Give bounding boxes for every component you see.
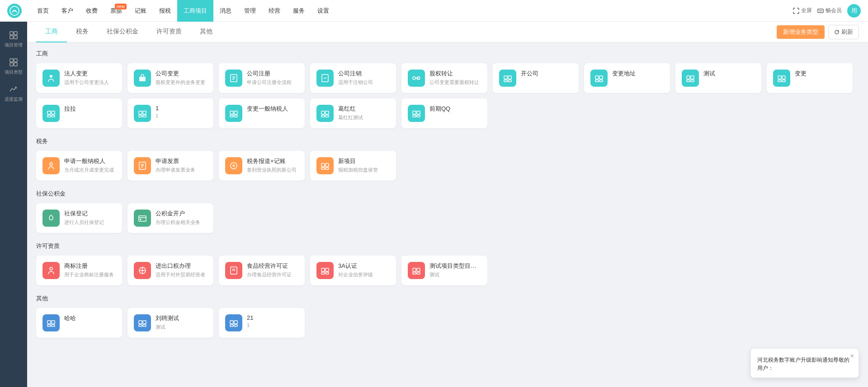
nav-service[interactable]: 服务 — [287, 0, 311, 22]
svg-rect-24 — [595, 76, 599, 79]
card-info-lala: 拉拉 — [64, 105, 116, 114]
card-icon-test-type — [408, 262, 425, 279]
svg-rect-21 — [508, 76, 511, 79]
card-tax-report[interactable]: 税务报道+记账 拿到营业执照的新公司 — [219, 151, 305, 181]
nav-client[interactable]: 客户 — [55, 0, 80, 22]
member-button[interactable]: 畅会员 — [817, 7, 842, 14]
card-name-import-export: 进出口权办理 — [156, 262, 207, 270]
card-apply-invoice[interactable]: 申请发票 办理申请发票业务 — [127, 151, 213, 181]
card-3a-cert[interactable]: 3A认证 对企业信誉评级 — [310, 256, 396, 285]
card-new-project[interactable]: 新项目 报税加税控盘保管 — [310, 151, 396, 181]
card-haha[interactable]: 哈哈 — [36, 308, 122, 338]
social-section-title: 社保公积金 — [36, 190, 859, 198]
nav-accounting[interactable]: 记账 — [128, 0, 153, 22]
nav-settings[interactable]: 设置 — [311, 0, 335, 22]
card-change-address[interactable]: 变更地址 — [584, 63, 670, 93]
card-change2[interactable]: 变更 — [767, 63, 853, 93]
card-name-qianqi-qq: 前期QQ — [429, 105, 481, 113]
nav-message[interactable]: 消息 — [213, 0, 238, 22]
card-info-equity-transfer: 股权转让 公司变更需要股权转让 — [429, 70, 481, 86]
card-name-one: 1 — [156, 105, 207, 112]
card-food-license[interactable]: 食品经营许可证 办理食品经营许可证 — [219, 256, 305, 285]
card-info-trademark: 商标注册 用于企业商标注册服务 — [64, 262, 116, 278]
sidebar-item-project-type[interactable]: 项目类型 — [1, 53, 26, 79]
card-desc-apply-invoice: 办理申请发票业务 — [156, 167, 207, 173]
svg-rect-27 — [599, 80, 603, 82]
nav-operation[interactable]: 经营 — [262, 0, 287, 22]
svg-rect-31 — [691, 80, 694, 82]
notification-popup: × 河北税务数字账户升级影响通知尊敬的用户： — [750, 348, 859, 378]
nav-manage[interactable]: 管理 — [238, 0, 262, 22]
svg-rect-55 — [417, 115, 420, 117]
avatar[interactable]: 用 — [847, 4, 861, 18]
nav-home[interactable]: 首页 — [31, 0, 55, 22]
refresh-button[interactable]: 刷新 — [828, 25, 859, 39]
card-lala[interactable]: 拉拉 — [36, 98, 122, 128]
sidebar-label-project-type: 项目类型 — [5, 70, 23, 75]
nav-billing[interactable]: 收费 — [80, 0, 104, 22]
card-apply-tax[interactable]: 申请一般纳税人 当月或次月成变更完成 — [36, 151, 122, 181]
app-logo — [7, 4, 22, 18]
fullscreen-button[interactable]: 全屏 — [793, 7, 812, 14]
svg-rect-82 — [47, 321, 51, 324]
tab-social[interactable]: 社保公积金 — [98, 22, 147, 42]
card-info-company-cancel: 公司注销 适用于注销公司 — [338, 70, 390, 86]
card-fund-open[interactable]: 公积金开户 办理公积金相关业务 — [127, 203, 213, 233]
card-info-qianqi-qq: 前期QQ — [429, 105, 481, 114]
card-test-type[interactable]: 测试项目类型目定义 测试 — [401, 256, 487, 285]
notification-close-button[interactable]: × — [850, 352, 854, 359]
card-desc-gehonghong: 葛红红测试 — [338, 114, 390, 121]
project-type-icon — [8, 57, 19, 68]
fullscreen-icon — [793, 8, 799, 14]
svg-rect-7 — [14, 59, 17, 62]
card-company-change[interactable]: 公司变更 股权变更外的业务变更 — [127, 63, 213, 93]
card-legal-change[interactable]: 法人变更 适用于公司变更法人 — [36, 63, 122, 93]
card-social-reg[interactable]: 社保登记 进行人员社保登记 — [36, 203, 122, 233]
card-desc-import-export: 适用于对外贸易经营者 — [156, 271, 207, 278]
nav-invoice[interactable]: 票据 new — [104, 0, 128, 22]
tab-industry[interactable]: 工商 — [36, 22, 67, 42]
card-company-reg[interactable]: 公司注册 申请公司注册全流程 — [219, 63, 305, 93]
card-company-cancel[interactable]: 公司注销 适用于注销公司 — [310, 63, 396, 93]
svg-rect-77 — [326, 272, 329, 274]
card-icon-tax-report — [225, 157, 242, 174]
card-liupeng-test[interactable]: 刘聘测试 测试 — [127, 308, 213, 338]
card-name-trademark: 商标注册 — [64, 262, 116, 270]
card-name-food-license: 食品经营许可证 — [247, 262, 298, 270]
svg-rect-2 — [10, 32, 13, 35]
card-equity-transfer[interactable]: 股权转让 公司变更需要股权转让 — [401, 63, 487, 93]
card-twentyone[interactable]: 21 1 — [219, 308, 305, 338]
sidebar-item-progress[interactable]: 进度监测 — [1, 80, 26, 106]
new-type-button[interactable]: 新增业务类型 — [777, 25, 825, 39]
nav-tax[interactable]: 报税 — [153, 0, 177, 22]
card-icon-apply-tax — [42, 157, 60, 174]
card-import-export[interactable]: 进出口权办理 适用于对外贸易经营者 — [127, 256, 213, 285]
card-info-apply-invoice: 申请发票 办理申请发票业务 — [156, 157, 207, 173]
card-info-change-tax: 变更一般纳税人 — [247, 105, 298, 114]
svg-rect-86 — [139, 321, 142, 324]
tab-tax[interactable]: 税务 — [67, 22, 98, 42]
card-trademark[interactable]: 商标注册 用于企业商标注册服务 — [36, 256, 122, 285]
tab-other[interactable]: 其他 — [191, 22, 222, 42]
svg-rect-9 — [14, 63, 17, 66]
card-name-liupeng-test: 刘聘测试 — [156, 314, 207, 322]
svg-rect-6 — [10, 59, 13, 62]
svg-rect-62 — [321, 163, 325, 167]
svg-rect-90 — [230, 321, 233, 324]
card-name-legal-change: 法人变更 — [64, 70, 116, 78]
card-gehonghong[interactable]: 葛红红 葛红红测试 — [310, 98, 396, 128]
svg-rect-92 — [230, 325, 233, 326]
svg-rect-64 — [321, 168, 325, 169]
tab-license[interactable]: 许可资质 — [147, 22, 191, 42]
card-test[interactable]: 测试 — [675, 63, 761, 93]
card-icon-social-reg — [42, 210, 60, 227]
card-qianqi-qq[interactable]: 前期QQ — [401, 98, 487, 128]
sidebar-item-project-mgmt[interactable]: 项目管理 — [1, 26, 26, 51]
card-change-tax[interactable]: 变更一般纳税人 — [219, 98, 305, 128]
nav-industry[interactable]: 工商项目 — [177, 0, 213, 22]
card-open-company[interactable]: 开公司 — [493, 63, 579, 93]
svg-point-69 — [50, 267, 52, 270]
card-one[interactable]: 1 1 — [127, 98, 213, 128]
nav-items: 首页 客户 收费 票据 new 记账 报税 工商项目 消息 管理 经营 服务 设… — [31, 0, 793, 22]
card-info-social-reg: 社保登记 进行人员社保登记 — [64, 210, 116, 226]
